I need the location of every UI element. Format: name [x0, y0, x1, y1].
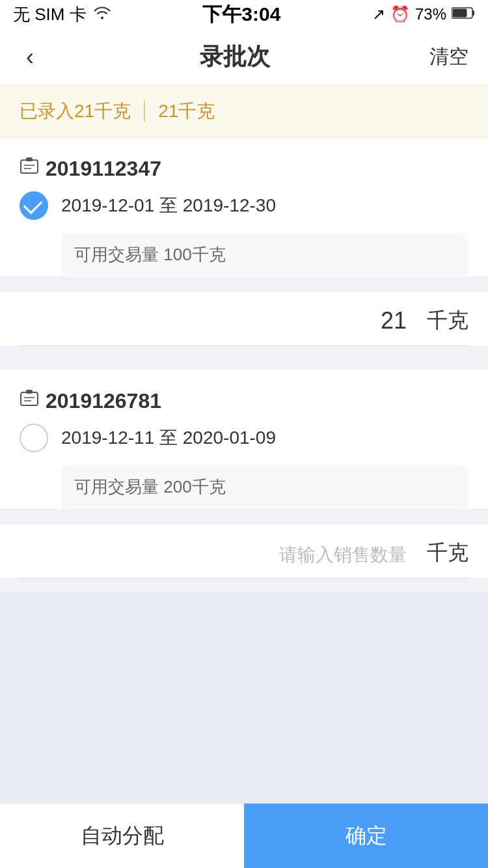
status-right: ↗ ⏰ 73%: [372, 5, 475, 23]
summary-banner: 已录入21千克 21千克: [0, 86, 488, 137]
status-left: 无 SIM 卡: [13, 3, 111, 26]
qty-input-1[interactable]: [124, 307, 416, 334]
available-qty-2: 可用交易量 200千克: [61, 465, 468, 509]
amount-label: 21千克: [158, 99, 215, 124]
svg-rect-4: [26, 157, 33, 161]
batch-card-1: 2019112347 2019-12-01 至 2019-12-30 可用交易量…: [0, 137, 488, 277]
batch-header-1: 2019112347: [20, 157, 468, 181]
batch-date-row-1: 2019-12-01 至 2019-12-30: [20, 191, 468, 220]
input-underline-1: [20, 346, 468, 346]
recorded-label: 已录入21千克: [20, 99, 131, 124]
section-separator: [0, 359, 488, 370]
auto-distribute-button[interactable]: 自动分配: [0, 804, 244, 868]
svg-rect-1: [472, 10, 474, 16]
summary-divider: [144, 101, 145, 122]
back-button[interactable]: ‹: [20, 37, 40, 77]
batch-id-2: 2019126781: [46, 389, 161, 413]
bottom-bar: 自动分配 确定: [0, 803, 488, 868]
no-sim-text: 无 SIM 卡: [13, 3, 87, 26]
input-underline-2: [20, 578, 468, 578]
batch-id-icon-1: [20, 157, 39, 180]
svg-rect-7: [21, 392, 38, 405]
available-qty-1: 可用交易量 100千克: [61, 233, 468, 277]
input-area-1: 千克: [0, 292, 488, 346]
batch-checkbox-1[interactable]: [20, 191, 48, 220]
input-area-2: 千克: [0, 524, 488, 578]
page-title: 录批次: [200, 41, 270, 73]
wifi-icon: [93, 5, 111, 25]
qty-unit-2: 千克: [427, 539, 468, 567]
status-time: 下午3:04: [202, 1, 280, 28]
batch-checkbox-2[interactable]: [20, 424, 48, 452]
clear-button[interactable]: 清空: [429, 44, 468, 70]
batch-id-1: 2019112347: [46, 157, 161, 181]
location-icon: ↗: [372, 5, 385, 23]
batch-id-icon-2: [20, 390, 39, 413]
batch-header-2: 2019126781: [20, 389, 468, 413]
svg-rect-2: [452, 9, 467, 18]
batch-date-row-2: 2019-12-11 至 2020-01-09: [20, 424, 468, 452]
battery-icon: [452, 5, 475, 23]
svg-rect-3: [21, 160, 38, 173]
alarm-icon: ⏰: [390, 5, 410, 23]
batch-date-2: 2019-12-11 至 2020-01-09: [61, 426, 276, 450]
confirm-button[interactable]: 确定: [244, 804, 488, 868]
svg-rect-8: [26, 390, 33, 394]
batch-date-1: 2019-12-01 至 2019-12-30: [61, 193, 276, 218]
battery-text: 73%: [415, 5, 446, 23]
qty-unit-1: 千克: [427, 306, 468, 335]
status-bar: 无 SIM 卡 下午3:04 ↗ ⏰ 73%: [0, 0, 488, 29]
batch-card-2: 2019126781 2019-12-11 至 2020-01-09 可用交易量…: [0, 370, 488, 509]
qty-input-2[interactable]: [124, 539, 416, 567]
nav-bar: ‹ 录批次 清空: [0, 29, 488, 86]
